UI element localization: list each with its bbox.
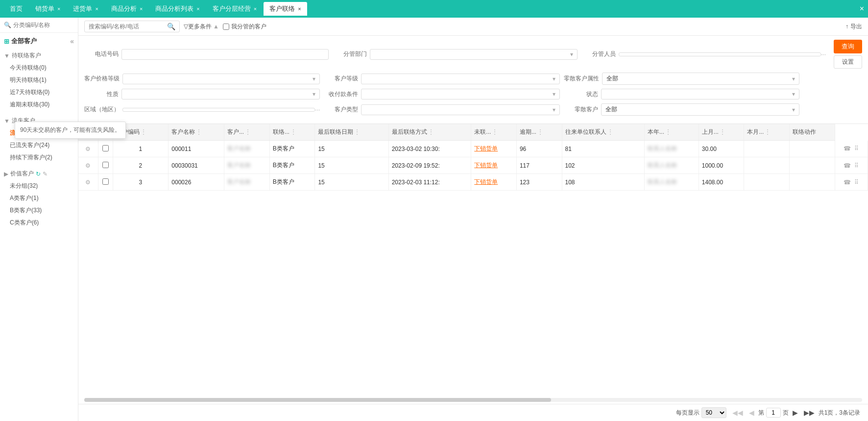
export-btn[interactable]: ↑ 导出	[845, 23, 862, 31]
next-page-btn[interactable]: ▶	[791, 409, 800, 417]
cell-last-method[interactable]: 下销货单	[471, 174, 517, 191]
cell-checkbox[interactable]	[98, 157, 113, 174]
filter-price-grade-select[interactable]: ▾	[122, 74, 320, 84]
close-analysis-list-icon[interactable]: ×	[196, 6, 199, 12]
resize-code-icon[interactable]: ⋮	[141, 128, 146, 135]
cell-last-method[interactable]: 下销货单	[471, 157, 517, 174]
filter-person-dots[interactable]: ···	[821, 51, 826, 58]
cell-settings: ⚙	[78, 174, 98, 191]
resize-this-month-icon[interactable]: ⋮	[765, 128, 771, 135]
cell-checkbox[interactable]	[98, 141, 113, 157]
arrow-churn-icon: ▼	[4, 118, 10, 124]
resize-contact-icon[interactable]: ⋮	[290, 128, 296, 135]
tab-analysis-list[interactable]: 商品分析列表 ×	[149, 2, 205, 16]
close-customer-contact-icon[interactable]: ×	[298, 6, 301, 12]
more-conditions-btn[interactable]: ▽ 更多条件 ▲	[184, 23, 219, 31]
filter-retail-attr-select[interactable]: 全部 ▾	[602, 73, 799, 85]
sidebar-item-today[interactable]: 今天待联络(0)	[0, 62, 78, 74]
sidebar-group-value-title[interactable]: ▶ 价值客户 ↻ ✎	[0, 168, 78, 180]
sidebar-item-overdue[interactable]: 逾期未联络(30)	[0, 99, 78, 111]
sidebar-group-pending-title[interactable]: ▼ 待联络客户	[0, 50, 78, 62]
sidebar-root[interactable]: ⊞ 全部客户 «	[0, 33, 78, 48]
filter-person-select[interactable]	[619, 52, 821, 56]
sidebar-item-b-class[interactable]: B类客户(33)	[0, 204, 78, 217]
nature-arrow-icon: ▾	[313, 91, 315, 98]
cell-last-method[interactable]: 下销货单	[471, 141, 517, 157]
filter-dept-select[interactable]: ▾	[370, 49, 577, 60]
filter-nature-select[interactable]: ▾	[121, 89, 320, 99]
row-checkbox-2[interactable]	[102, 178, 109, 185]
action-contact-icon[interactable]: ☎	[844, 162, 851, 169]
first-page-btn[interactable]: ◀◀	[730, 409, 745, 417]
close-analysis-icon[interactable]: ×	[140, 6, 143, 12]
resize-this-year-icon[interactable]: ⋮	[665, 128, 671, 135]
query-button[interactable]: 查询	[834, 40, 862, 53]
action-contact-icon[interactable]: ☎	[844, 145, 851, 152]
col-last-date: 最后联络日期⋮	[315, 124, 388, 141]
my-customers-check[interactable]	[223, 24, 229, 30]
filter-cust-type-select[interactable]: ▾	[361, 104, 559, 115]
search-icon[interactable]: 🔍	[167, 23, 175, 30]
per-page-select[interactable]: 50 100	[701, 407, 726, 418]
resize-last-method-icon[interactable]: ⋮	[428, 128, 434, 135]
resize-unit-contact-icon[interactable]: ⋮	[607, 128, 613, 135]
sidebar-search-input[interactable]	[13, 22, 78, 28]
action-more-icon[interactable]: ⠿	[854, 145, 859, 152]
search-input[interactable]	[89, 23, 167, 30]
settings-button[interactable]: 设置	[834, 55, 862, 69]
filter-grade-select[interactable]: ▾	[361, 74, 559, 84]
tab-customer-contact[interactable]: 客户联络 ×	[264, 2, 307, 16]
resize-uncontacted-icon[interactable]: ⋮	[492, 128, 498, 135]
sidebar-item-churn-actual[interactable]: 已流失客户(24)	[0, 139, 78, 151]
sidebar-item-week[interactable]: 近7天待联络(0)	[0, 86, 78, 99]
row-checkbox-0[interactable]	[102, 145, 109, 151]
resize-level-icon[interactable]: ⋮	[245, 128, 251, 135]
sidebar-item-unsorted[interactable]: 未分组(32)	[0, 180, 78, 192]
cell-action[interactable]: ☎ ⠿	[835, 141, 868, 157]
resize-last-date-icon[interactable]: ⋮	[354, 128, 360, 135]
close-window-icon[interactable]: ×	[860, 4, 864, 13]
filter-region-dots[interactable]: ···	[315, 106, 320, 113]
edit-value-icon[interactable]: ✎	[43, 171, 48, 177]
sidebar-item-c-class[interactable]: C类客户(6)	[0, 217, 78, 229]
filter-region-select[interactable]	[122, 108, 315, 112]
close-customer-tier-icon[interactable]: ×	[254, 6, 257, 12]
action-contact-icon[interactable]: ☎	[844, 179, 851, 186]
resize-overdue-icon[interactable]: ⋮	[537, 128, 543, 135]
cell-checkbox[interactable]	[98, 174, 113, 191]
resize-last-month-icon[interactable]: ⋮	[720, 128, 725, 135]
tab-home[interactable]: 首页	[4, 2, 28, 16]
tab-sales[interactable]: 销货单 ×	[29, 2, 66, 16]
tab-purchase[interactable]: 进货单 ×	[67, 2, 104, 16]
cell-action[interactable]: ☎ ⠿	[835, 174, 868, 191]
last-method-link[interactable]: 下销货单	[474, 162, 498, 169]
tab-analysis[interactable]: 商品分析 ×	[105, 2, 148, 16]
tab-customer-tier[interactable]: 客户分层经营 ×	[207, 2, 263, 16]
sidebar-item-churn-down[interactable]: 持续下滑客户(2)	[0, 151, 78, 164]
filter-status-select[interactable]: ▾	[601, 89, 799, 99]
filter-grade: 客户等级 ▾	[324, 74, 559, 84]
resize-name-icon[interactable]: ⋮	[196, 128, 202, 135]
row-checkbox-1[interactable]	[102, 162, 109, 168]
scrollbar-thumb[interactable]	[84, 398, 551, 402]
sidebar-item-tomorrow[interactable]: 明天待联络(1)	[0, 74, 78, 86]
scrollbar-track[interactable]	[84, 398, 862, 402]
close-sales-icon[interactable]: ×	[57, 6, 60, 12]
page-input[interactable]	[766, 408, 781, 418]
prev-page-btn[interactable]: ◀	[747, 409, 756, 417]
cell-action[interactable]: ☎ ⠿	[835, 157, 868, 174]
filter-phone-input[interactable]	[121, 49, 329, 60]
filter-cust-type: 客户类型 ▾	[324, 104, 559, 115]
action-more-icon[interactable]: ⠿	[854, 162, 859, 169]
filter-payment-select[interactable]: ▾	[361, 89, 559, 99]
refresh-value-icon[interactable]: ↻	[36, 171, 41, 177]
filter-retail-select[interactable]: 全部 ▾	[601, 103, 799, 116]
last-page-btn[interactable]: ▶▶	[802, 409, 817, 417]
cell-level: B类客户	[269, 141, 315, 157]
close-purchase-icon[interactable]: ×	[95, 6, 98, 12]
action-more-icon[interactable]: ⠿	[854, 179, 859, 186]
last-method-link[interactable]: 下销货单	[474, 178, 498, 185]
sidebar-collapse-icon[interactable]: «	[70, 37, 74, 45]
last-method-link[interactable]: 下销货单	[474, 145, 498, 152]
sidebar-item-a-class[interactable]: A类客户(1)	[0, 192, 78, 204]
